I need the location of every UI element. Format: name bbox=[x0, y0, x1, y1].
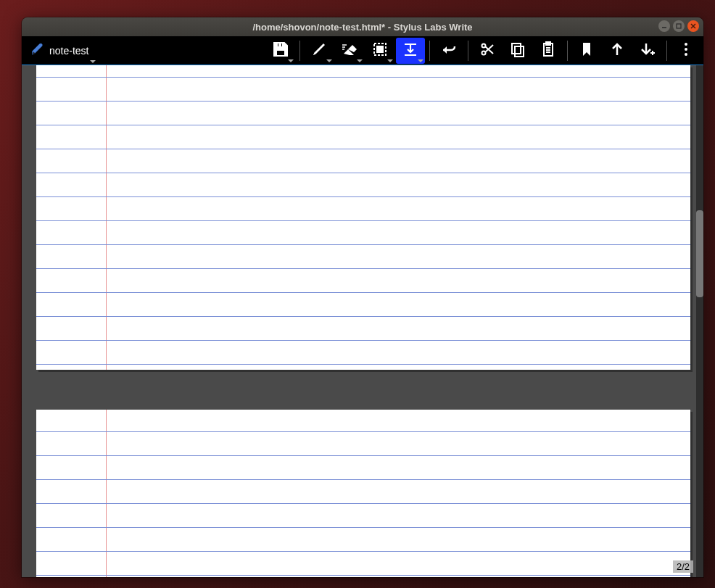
insert-space-icon bbox=[402, 41, 419, 61]
ruled-line bbox=[36, 364, 690, 365]
pen-tool-button[interactable] bbox=[305, 38, 334, 64]
chevron-down-icon bbox=[326, 59, 332, 62]
cut-button[interactable] bbox=[473, 38, 502, 64]
svg-rect-12 bbox=[381, 46, 383, 49]
ruled-line bbox=[36, 173, 690, 173]
titlebar: /home/shovon/note-test.html* - Stylus La… bbox=[22, 17, 703, 36]
page-1[interactable] bbox=[36, 65, 690, 370]
ruled-line bbox=[36, 77, 690, 78]
svg-rect-6 bbox=[279, 44, 281, 46]
ruled-line bbox=[36, 268, 690, 269]
undo-button[interactable] bbox=[434, 38, 463, 64]
page-total: 2 bbox=[685, 561, 690, 572]
separator bbox=[468, 41, 468, 61]
next-page-button[interactable] bbox=[633, 38, 662, 64]
svg-rect-13 bbox=[377, 50, 379, 52]
ruled-line bbox=[36, 149, 690, 149]
bookmark-button[interactable] bbox=[572, 38, 601, 64]
ruled-line bbox=[36, 575, 690, 576]
ruled-line bbox=[36, 196, 690, 197]
vertical-scrollbar-thumb[interactable] bbox=[696, 210, 703, 297]
separator bbox=[666, 41, 667, 61]
svg-rect-11 bbox=[377, 46, 379, 49]
page-indicator: 2/2 bbox=[673, 560, 693, 573]
chevron-down-icon bbox=[418, 59, 423, 62]
ruled-line bbox=[36, 316, 690, 317]
chevron-down-icon bbox=[357, 59, 363, 62]
ruled-line bbox=[36, 220, 690, 221]
ruled-line bbox=[36, 431, 690, 432]
ruled-line bbox=[36, 503, 690, 504]
bookmark-icon bbox=[578, 41, 595, 61]
toolbar: note-test bbox=[22, 36, 703, 65]
svg-line-21 bbox=[485, 45, 493, 52]
svg-rect-1 bbox=[677, 24, 681, 28]
undo-icon bbox=[440, 41, 458, 61]
select-icon bbox=[371, 41, 389, 61]
app-window: /home/shovon/note-test.html* - Stylus La… bbox=[22, 17, 703, 577]
svg-rect-22 bbox=[512, 44, 521, 54]
ruled-line bbox=[36, 551, 690, 552]
ruled-line bbox=[36, 125, 690, 125]
chevron-down-icon bbox=[90, 60, 96, 63]
insert-space-tool-button[interactable] bbox=[396, 38, 425, 64]
svg-rect-23 bbox=[515, 46, 524, 57]
ruled-line bbox=[36, 527, 690, 528]
separator bbox=[429, 41, 430, 61]
close-button[interactable] bbox=[687, 20, 699, 32]
eraser-tool-button[interactable] bbox=[335, 38, 364, 64]
page-2[interactable] bbox=[36, 410, 690, 577]
chevron-down-icon bbox=[288, 59, 294, 62]
ruled-line bbox=[36, 340, 690, 341]
arrow-up-icon bbox=[608, 41, 626, 61]
svg-rect-25 bbox=[546, 42, 550, 45]
pen-document-icon bbox=[30, 42, 45, 59]
save-icon bbox=[272, 41, 289, 61]
minimize-button[interactable] bbox=[658, 20, 670, 32]
copy-icon bbox=[509, 41, 526, 61]
ruled-line bbox=[36, 455, 690, 456]
ruled-line bbox=[36, 244, 690, 245]
separator bbox=[567, 41, 568, 61]
more-vertical-icon bbox=[677, 41, 695, 61]
ruled-line bbox=[36, 101, 690, 102]
separator bbox=[299, 41, 300, 61]
arrow-down-add-icon bbox=[639, 41, 656, 61]
svg-rect-14 bbox=[381, 50, 383, 52]
previous-page-button[interactable] bbox=[603, 38, 632, 64]
vertical-scrollbar-track[interactable] bbox=[696, 65, 703, 577]
overflow-menu-button[interactable] bbox=[671, 38, 700, 64]
svg-line-20 bbox=[485, 46, 493, 54]
document-tab[interactable]: note-test bbox=[25, 36, 94, 65]
svg-point-34 bbox=[685, 48, 687, 51]
window-title: /home/shovon/note-test.html* - Stylus La… bbox=[252, 22, 472, 33]
ruled-line bbox=[36, 479, 690, 480]
margin-line bbox=[106, 65, 107, 370]
chevron-down-icon bbox=[387, 59, 393, 62]
clipboard-icon bbox=[540, 41, 557, 61]
svg-point-35 bbox=[685, 53, 687, 56]
document-tab-label: note-test bbox=[49, 45, 88, 57]
canvas-area[interactable]: 2/2 bbox=[22, 65, 703, 577]
scissors-icon bbox=[479, 41, 496, 61]
window-controls bbox=[658, 20, 699, 32]
ruled-line bbox=[36, 292, 690, 293]
paste-button[interactable] bbox=[534, 38, 563, 64]
copy-button[interactable] bbox=[503, 38, 532, 64]
pen-icon bbox=[310, 41, 328, 61]
eraser-icon bbox=[341, 41, 358, 61]
select-tool-button[interactable] bbox=[365, 38, 394, 64]
maximize-button[interactable] bbox=[673, 20, 685, 32]
margin-line bbox=[106, 410, 107, 577]
save-button[interactable] bbox=[266, 38, 295, 64]
svg-point-33 bbox=[685, 43, 687, 46]
svg-rect-5 bbox=[276, 50, 285, 56]
